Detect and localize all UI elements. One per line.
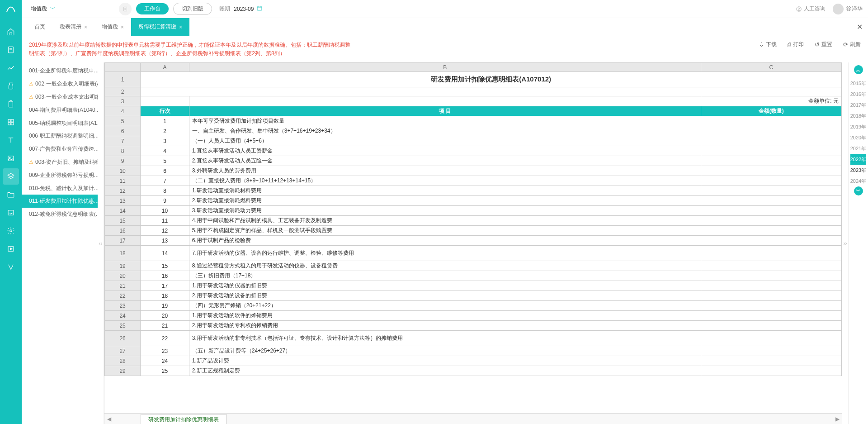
- amount-cell[interactable]: [701, 136, 841, 146]
- tab-2[interactable]: 增值税×: [94, 18, 131, 36]
- nav-grid-icon[interactable]: [3, 114, 19, 130]
- sheet-tab-next[interactable]: ▶: [833, 416, 842, 422]
- amount-cell[interactable]: [701, 226, 841, 236]
- year-option[interactable]: 2024年: [850, 176, 866, 186]
- year-scroll-up-icon[interactable]: ︽: [854, 65, 863, 74]
- item-cell[interactable]: 1.新产品设计费: [189, 356, 701, 366]
- item-cell[interactable]: 5.用于不构成固定资产的样品、样机及一般测试手段购置费: [189, 226, 701, 236]
- year-option[interactable]: 2015年: [850, 78, 866, 89]
- tree-item-0[interactable]: 001-企业所得税年度纳税申...: [22, 64, 98, 77]
- year-option[interactable]: 2020年: [850, 132, 866, 143]
- nav-clipboard-icon[interactable]: [3, 96, 19, 112]
- item-cell[interactable]: 1.用于研发活动的仪器的折旧费: [189, 281, 701, 291]
- row-header[interactable]: 19: [105, 261, 141, 271]
- amount-cell[interactable]: [701, 156, 841, 166]
- item-cell[interactable]: （二）直接投入费用（8+9+10+11+12+13+14+15）: [189, 176, 701, 186]
- amount-cell[interactable]: [701, 146, 841, 156]
- sheet-scroll-area[interactable]: ABC1研发费用加计扣除优惠明细表(A107012)23金额单位: 元4行次项 …: [104, 62, 842, 413]
- cell[interactable]: [189, 96, 701, 106]
- amount-cell[interactable]: [701, 246, 841, 261]
- row-header[interactable]: 9: [105, 156, 141, 166]
- amount-cell[interactable]: [701, 356, 841, 366]
- nav-folder-icon[interactable]: [3, 186, 19, 203]
- item-cell[interactable]: 一、自主研发、合作研发、集中研发（3+7+16+19+23+34）: [189, 126, 701, 136]
- calendar-icon[interactable]: [256, 5, 263, 13]
- row-header[interactable]: 8: [105, 146, 141, 156]
- amount-cell[interactable]: [701, 366, 841, 376]
- amount-cell[interactable]: [701, 196, 841, 206]
- round-doc-button[interactable]: [119, 3, 132, 15]
- item-cell[interactable]: 1.用于研发活动的软件的摊销费用: [189, 311, 701, 321]
- nav-gear-icon[interactable]: [3, 223, 19, 239]
- row-header[interactable]: 23: [105, 301, 141, 311]
- row-header[interactable]: 4: [105, 106, 141, 116]
- sheet-tab-prev[interactable]: ◀: [104, 416, 113, 422]
- consult-button[interactable]: 人工咨询: [796, 5, 826, 13]
- year-option[interactable]: 2021年: [850, 143, 866, 154]
- amount-cell[interactable]: [701, 126, 841, 136]
- row-header[interactable]: 26: [105, 331, 141, 346]
- item-cell[interactable]: （三）折旧费用（17+18）: [189, 271, 701, 281]
- tree-item-4[interactable]: 005-纳税调整项目明细表(A1...: [22, 117, 98, 130]
- tax-type-dropdown[interactable]: 增值税 ﹀: [31, 5, 56, 13]
- amount-cell[interactable]: [701, 206, 841, 216]
- row-header[interactable]: 17: [105, 236, 141, 246]
- amount-cell[interactable]: [701, 166, 841, 176]
- cell[interactable]: [141, 96, 189, 106]
- tree-item-7[interactable]: ⚠008-资产折旧、摊销及纳税...: [22, 156, 98, 169]
- item-cell[interactable]: 4.用于中间试验和产品试制的模具、工艺装备开发及制造费: [189, 216, 701, 226]
- amount-cell[interactable]: [701, 186, 841, 196]
- tree-item-2[interactable]: ⚠003-一般企业成本支出明细...: [22, 91, 98, 104]
- amount-cell[interactable]: [701, 321, 841, 331]
- row-header[interactable]: 29: [105, 366, 141, 376]
- amount-cell[interactable]: [701, 291, 841, 301]
- col-header[interactable]: [105, 63, 141, 72]
- switch-old-button[interactable]: 切到旧版: [173, 3, 212, 15]
- item-cell[interactable]: 2.直接从事研发活动人员五险一金: [189, 156, 701, 166]
- year-scroll-down-icon[interactable]: ︾: [854, 186, 863, 195]
- amount-cell[interactable]: [701, 261, 841, 271]
- item-cell[interactable]: 1.直接从事研发活动人员工资薪金: [189, 146, 701, 156]
- item-cell[interactable]: 2.研发活动直接消耗燃料费用: [189, 196, 701, 206]
- item-cell[interactable]: （四）无形资产摊销（20+21+22）: [189, 301, 701, 311]
- close-all-tabs-icon[interactable]: ✕: [857, 23, 863, 31]
- item-cell[interactable]: （一）人员人工费用（4+5+6）: [189, 136, 701, 146]
- row-header[interactable]: 18: [105, 246, 141, 261]
- amount-cell[interactable]: [701, 331, 841, 346]
- amount-cell[interactable]: [701, 281, 841, 291]
- nav-chart-icon[interactable]: [3, 60, 19, 76]
- amount-cell[interactable]: [701, 116, 841, 126]
- year-option[interactable]: 2017年: [850, 100, 866, 110]
- row-header[interactable]: 27: [105, 346, 141, 356]
- amount-cell[interactable]: [701, 311, 841, 321]
- row-header[interactable]: 3: [105, 96, 141, 106]
- tree-item-1[interactable]: ⚠002-一般企业收入明细表(A...: [22, 77, 98, 91]
- row-header[interactable]: 10: [105, 166, 141, 176]
- row-header[interactable]: 22: [105, 291, 141, 301]
- item-cell[interactable]: 3.用于研发活动的非专利技术（包括许可证、专有技术、设计和计算方法等）的摊销费用: [189, 331, 701, 346]
- item-cell[interactable]: 6.用于试制产品的检验费: [189, 236, 701, 246]
- row-header[interactable]: 21: [105, 281, 141, 291]
- nav-image-icon[interactable]: [3, 150, 19, 167]
- year-option[interactable]: 2018年: [850, 110, 866, 121]
- tree-item-3[interactable]: 004-期间费用明细表(A1040...: [22, 104, 98, 117]
- year-option[interactable]: 2019年: [850, 121, 866, 132]
- nav-v-icon[interactable]: [3, 259, 19, 275]
- col-header[interactable]: B: [189, 63, 701, 72]
- tree-item-9[interactable]: 010-免税、减计收入及加计...: [22, 182, 98, 195]
- row-header[interactable]: 20: [105, 271, 141, 281]
- row-header[interactable]: 12: [105, 186, 141, 196]
- amount-cell[interactable]: [701, 236, 841, 246]
- nav-home-icon[interactable]: [3, 24, 19, 40]
- item-cell[interactable]: 本年可享受研发费用加计扣除项目数量: [189, 116, 701, 126]
- col-header[interactable]: A: [141, 63, 189, 72]
- amount-cell[interactable]: [701, 176, 841, 186]
- row-header[interactable]: 5: [105, 116, 141, 126]
- row-header[interactable]: 1: [105, 72, 141, 87]
- item-cell[interactable]: 2.用于研发活动的设备的折旧费: [189, 291, 701, 301]
- tab-3[interactable]: 所得税汇算清缴×: [131, 18, 189, 36]
- reset-button[interactable]: ↺重置: [815, 41, 832, 48]
- tab-1[interactable]: 税表清册×: [52, 18, 94, 36]
- close-icon[interactable]: ×: [121, 24, 124, 30]
- nav-inbox-icon[interactable]: [3, 205, 19, 221]
